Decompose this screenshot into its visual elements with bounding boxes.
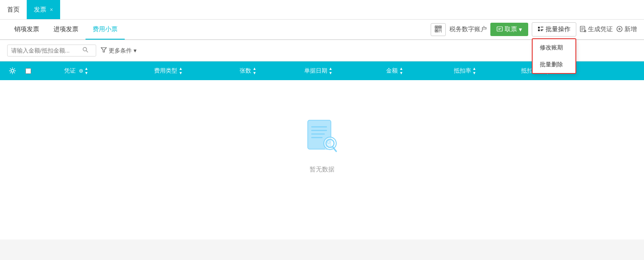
svg-rect-14	[497, 27, 502, 31]
gen-voucher-label: 生成凭证	[588, 25, 613, 33]
tab-outgoing-invoice[interactable]: 销项发票	[7, 20, 46, 40]
svg-rect-8	[441, 29, 442, 30]
add-new-btn[interactable]: 新增	[616, 25, 637, 33]
th-expense-type: 费用类型 ▲▼	[118, 67, 219, 75]
svg-rect-6	[439, 29, 440, 30]
th-count: 张数 ▲▼	[219, 67, 277, 75]
svg-rect-17	[538, 27, 540, 28]
deduct-rate-sort[interactable]: ▲▼	[473, 67, 477, 75]
empty-state: 暂无数据	[0, 80, 644, 209]
batch-ops-label: 批量操作	[546, 25, 571, 33]
tax-digital-btn[interactable]: 税务数字账户	[449, 25, 487, 33]
main-content: 凭证 ⊛ ▲▼ 费用类型 ▲▼ 张数 ▲▼ 单据日期 ▲▼ 金额	[0, 61, 644, 240]
svg-rect-10	[440, 30, 441, 31]
gen-voucher-btn[interactable]: 生成凭证	[580, 25, 613, 33]
sub-tabs-bar: 销项发票 进项发票 费用小票	[0, 20, 644, 40]
batch-dropdown-menu: 修改账期 批量删除	[532, 38, 576, 74]
empty-text: 暂无数据	[310, 166, 334, 174]
svg-rect-20	[541, 29, 543, 30]
close-tab-btn[interactable]: ×	[50, 7, 53, 13]
batch-delete-item[interactable]: 批量删除	[533, 56, 575, 73]
svg-point-35	[11, 69, 14, 72]
svg-rect-3	[436, 26, 437, 28]
svg-rect-7	[440, 29, 441, 30]
expense-type-sort[interactable]: ▲▼	[179, 67, 183, 75]
th-checkbox[interactable]	[21, 68, 35, 74]
search-input[interactable]	[11, 47, 82, 54]
more-filter-btn[interactable]: 更多条件 ▾	[101, 47, 137, 55]
get-ticket-icon	[497, 26, 503, 33]
th-date: 单据日期 ▲▼	[277, 67, 360, 75]
gen-voucher-icon	[580, 26, 586, 33]
svg-rect-21	[541, 30, 542, 31]
th-deduct-rate: 抵扣率 ▲▼	[430, 67, 500, 75]
search-icon[interactable]	[82, 47, 89, 54]
date-sort[interactable]: ▲▼	[329, 67, 333, 75]
svg-marker-34	[101, 48, 106, 52]
batch-ops-wrapper: 批量操作 修改账期 批量删除	[532, 22, 576, 37]
get-ticket-label: 取票	[505, 25, 517, 33]
empty-illustration	[300, 116, 344, 160]
modify-period-item[interactable]: 修改账期	[533, 39, 575, 56]
svg-rect-11	[441, 30, 442, 31]
svg-rect-19	[538, 29, 540, 31]
batch-ops-btn[interactable]: 批量操作	[532, 22, 576, 37]
get-ticket-btn[interactable]: 取票 ▾	[490, 23, 528, 36]
tab-incoming-invoice[interactable]: 进项发票	[46, 20, 86, 40]
filter-chevron: ▾	[134, 47, 137, 54]
qr-button[interactable]	[431, 23, 446, 36]
sub-tabs-actions: 税务数字账户 取票 ▾	[431, 22, 637, 37]
voucher-filter-icon[interactable]: ⊛	[79, 68, 83, 74]
home-tab[interactable]: 首页	[0, 0, 27, 19]
svg-rect-18	[541, 27, 543, 28]
amount-sort[interactable]: ▲▼	[399, 67, 403, 75]
qr-icon	[435, 25, 442, 34]
th-voucher: 凭证 ⊛ ▲▼	[35, 67, 118, 75]
tax-digital-label: 税务数字账户	[449, 25, 487, 32]
svg-line-33	[86, 51, 88, 53]
search-box[interactable]	[7, 45, 96, 57]
svg-rect-9	[439, 30, 440, 31]
add-label: 新增	[624, 25, 637, 33]
svg-rect-5	[436, 30, 437, 31]
filter-label: 更多条件	[109, 47, 132, 55]
invoice-tab[interactable]: 发票 ×	[27, 0, 60, 19]
add-icon	[616, 26, 623, 33]
count-sort[interactable]: ▲▼	[253, 67, 257, 75]
voucher-sort[interactable]: ▲▼	[85, 67, 89, 75]
get-ticket-chevron: ▾	[519, 26, 522, 33]
batch-ops-icon	[538, 26, 544, 33]
select-all-checkbox[interactable]	[25, 68, 31, 74]
svg-rect-13	[441, 32, 442, 32]
invoice-tab-label: 发票	[34, 6, 46, 14]
svg-rect-12	[439, 32, 440, 32]
top-nav: 首页 发票 ×	[0, 0, 644, 20]
th-amount: 金额 ▲▼	[360, 67, 430, 75]
tab-expense-receipt[interactable]: 费用小票	[86, 20, 125, 40]
svg-rect-4	[440, 26, 441, 28]
th-settings[interactable]	[4, 67, 21, 74]
filter-icon	[101, 47, 107, 54]
